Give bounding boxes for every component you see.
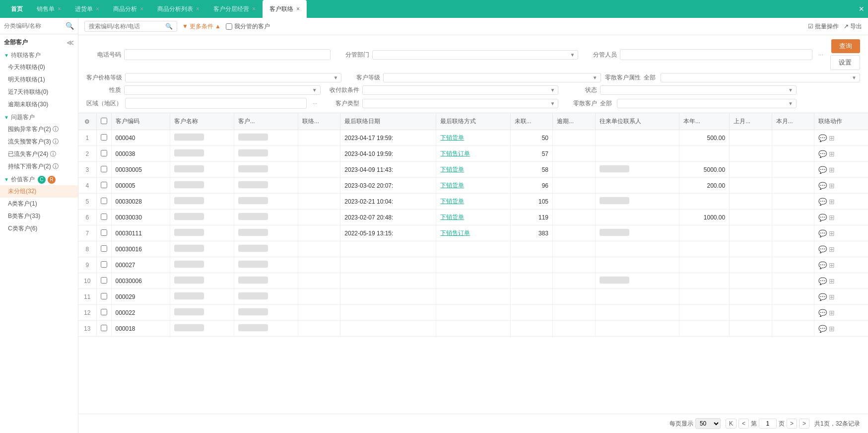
- filter-my-customers[interactable]: 我分管的客户: [226, 22, 270, 31]
- message-icon[interactable]: 💬: [818, 166, 827, 174]
- page-number-input[interactable]: [759, 419, 777, 429]
- message-icon[interactable]: 💬: [818, 229, 827, 237]
- my-customers-checkbox[interactable]: [226, 23, 232, 30]
- message-icon[interactable]: 💬: [818, 150, 827, 158]
- row-checkbox[interactable]: [101, 261, 107, 268]
- grid-icon[interactable]: ⊞: [829, 293, 835, 301]
- message-icon[interactable]: 💬: [818, 198, 827, 206]
- message-icon[interactable]: 💬: [818, 182, 827, 190]
- grid-icon[interactable]: ⊞: [829, 309, 835, 317]
- close-sales-tab[interactable]: ×: [58, 5, 61, 12]
- row-checkbox[interactable]: [101, 182, 107, 188]
- page-size-select[interactable]: 50 20 100: [695, 418, 721, 429]
- grid-icon[interactable]: ⊞: [829, 214, 835, 221]
- contact-type-link[interactable]: 下销售订单: [440, 229, 470, 236]
- row-checkbox[interactable]: [101, 325, 107, 331]
- close-product-analysis-tab[interactable]: ×: [140, 5, 143, 12]
- row-checkbox[interactable]: [101, 214, 107, 220]
- contact-type-link[interactable]: 下销货单: [440, 134, 464, 141]
- close-product-analysis-list-tab[interactable]: ×: [196, 5, 200, 12]
- row-checkbox[interactable]: [101, 229, 107, 236]
- reset-button[interactable]: 设置: [830, 55, 860, 70]
- sidebar-collapse-btn[interactable]: ≪: [67, 39, 74, 47]
- nature-select[interactable]: ▼: [124, 85, 321, 95]
- tab-customer-contact[interactable]: 客户联络 ×: [263, 0, 307, 18]
- sidebar-search-input[interactable]: [4, 22, 64, 29]
- window-close-button[interactable]: ×: [859, 4, 864, 14]
- customer-level-select[interactable]: ▼: [383, 73, 601, 82]
- row-checkbox[interactable]: [101, 198, 107, 204]
- batch-op-button[interactable]: ☑ 批量操作: [808, 22, 839, 31]
- sidebar-all-customers-header[interactable]: 全部客户 ≪: [0, 34, 78, 49]
- message-icon[interactable]: 💬: [818, 293, 827, 301]
- sidebar-item-7day-pending[interactable]: 近7天待联络(0): [0, 86, 78, 98]
- contact-type-link[interactable]: 下销货单: [440, 214, 464, 220]
- row-checkbox[interactable]: [101, 134, 107, 141]
- grid-icon[interactable]: ⊞: [829, 198, 835, 206]
- message-icon[interactable]: 💬: [818, 277, 827, 285]
- tab-customer-tier[interactable]: 客户分层经营 ×: [206, 0, 263, 18]
- prev-page-btn[interactable]: <: [738, 419, 749, 429]
- grid-icon[interactable]: ⊞: [829, 277, 835, 285]
- row-checkbox[interactable]: [101, 293, 107, 299]
- grid-icon[interactable]: ⊞: [829, 134, 835, 142]
- tab-sales[interactable]: 销售单 ×: [30, 0, 68, 18]
- sidebar-item-churn-warning[interactable]: 流失预警客户(3) ⓘ: [0, 136, 78, 148]
- sidebar-group-pending-contact[interactable]: ▼ 待联络客户: [0, 49, 78, 61]
- tab-product-analysis[interactable]: 商品分析 ×: [106, 0, 150, 18]
- person-more-btn[interactable]: ···: [815, 51, 826, 58]
- sidebar-item-class-c[interactable]: C类客户(6): [0, 222, 78, 235]
- message-icon[interactable]: 💬: [818, 245, 827, 253]
- sidebar-item-class-b[interactable]: B类客户(33): [0, 210, 78, 222]
- message-icon[interactable]: 💬: [818, 309, 827, 317]
- sidebar-item-today-pending[interactable]: 今天待联络(0): [0, 61, 78, 73]
- first-page-btn[interactable]: K: [726, 419, 736, 429]
- message-icon[interactable]: 💬: [818, 134, 827, 142]
- sidebar-item-churned[interactable]: 已流失客户(24) ⓘ: [0, 148, 78, 160]
- person-input[interactable]: [620, 49, 812, 60]
- row-checkbox[interactable]: [101, 309, 107, 315]
- last-page-btn[interactable]: >: [799, 419, 809, 429]
- sidebar-item-hoarding-abnormal[interactable]: 囤购异常客户(2) ⓘ: [0, 123, 78, 136]
- grid-icon[interactable]: ⊞: [829, 182, 835, 190]
- row-checkbox[interactable]: [101, 277, 107, 284]
- filter-search-icon[interactable]: 🔍: [165, 23, 173, 30]
- region-more-btn[interactable]: ···: [310, 100, 321, 107]
- filter-more-conditions[interactable]: ▼ 更多条件 ▲: [182, 22, 221, 31]
- sidebar-group-value-customers[interactable]: ▼ 价值客户 C R: [0, 173, 78, 185]
- tab-purchase[interactable]: 进货单 ×: [68, 0, 106, 18]
- select-all-checkbox[interactable]: [101, 118, 107, 124]
- sidebar-item-declining[interactable]: 持续下滑客户(2) ⓘ: [0, 160, 78, 173]
- tab-product-analysis-list[interactable]: 商品分析列表 ×: [150, 0, 206, 18]
- tab-home[interactable]: 首页: [4, 0, 30, 18]
- message-icon[interactable]: 💬: [818, 261, 827, 269]
- sidebar-item-ungrouped[interactable]: 未分组(32): [0, 185, 78, 198]
- region-input[interactable]: [125, 98, 307, 109]
- grid-icon[interactable]: ⊞: [829, 261, 835, 269]
- gear-icon[interactable]: ⚙: [84, 118, 90, 125]
- grid-icon[interactable]: ⊞: [829, 245, 835, 253]
- grid-icon[interactable]: ⊞: [829, 229, 835, 237]
- contact-type-link[interactable]: 下销货单: [440, 198, 464, 205]
- close-customer-tier-tab[interactable]: ×: [252, 5, 256, 12]
- contact-type-link[interactable]: 下销货单: [440, 166, 464, 173]
- retail-attr-select[interactable]: ▼: [661, 73, 860, 82]
- grid-icon[interactable]: ⊞: [829, 166, 835, 174]
- message-icon[interactable]: 💬: [818, 214, 827, 221]
- next-page-btn[interactable]: >: [787, 419, 797, 429]
- contact-type-link[interactable]: 下销售订单: [440, 150, 470, 157]
- grid-icon[interactable]: ⊞: [829, 325, 835, 333]
- export-button[interactable]: ↗ 导出: [844, 22, 862, 31]
- sidebar-group-problem-customers[interactable]: ▼ 问题客户: [0, 111, 78, 123]
- customer-type-select[interactable]: ▼: [362, 99, 559, 108]
- row-checkbox[interactable]: [101, 245, 107, 252]
- close-customer-contact-tab[interactable]: ×: [296, 5, 300, 12]
- dept-select[interactable]: ▼: [372, 50, 579, 60]
- grid-icon[interactable]: ⊞: [829, 150, 835, 158]
- contact-type-link[interactable]: 下销货单: [440, 182, 464, 189]
- sidebar-item-class-a[interactable]: A类客户(1): [0, 198, 78, 210]
- phone-input[interactable]: [124, 49, 331, 60]
- retail-customer-select[interactable]: ▼: [617, 99, 797, 108]
- status-select[interactable]: ▼: [600, 85, 797, 95]
- sidebar-item-overdue-pending[interactable]: 逾期未联络(30): [0, 98, 78, 111]
